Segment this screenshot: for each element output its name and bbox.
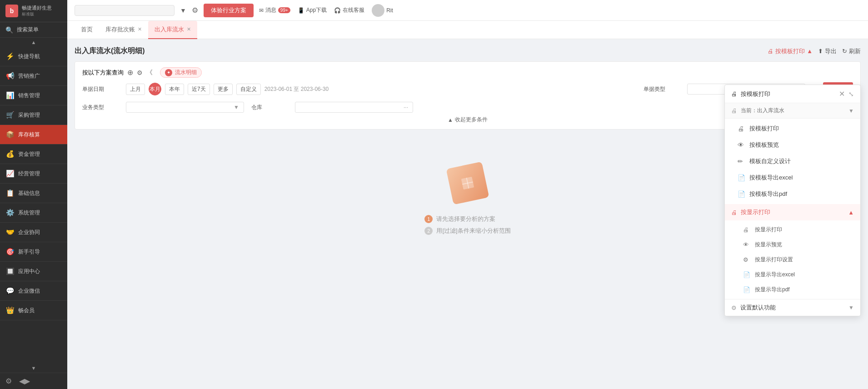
tab-home-label: 首页 (81, 25, 93, 34)
refresh-group: ↻ 刷新 (842, 47, 861, 55)
tab-inventory-batch-label: 库存批次账 (105, 25, 135, 34)
filter-tag-icon: ✦ (165, 69, 172, 76)
app-download-group[interactable]: 📱 App下载 (298, 6, 327, 14)
sidebar-label-quick-nav: 快捷导航 (18, 53, 40, 60)
sidebar-item-wecom[interactable]: 💬 企业微信 (0, 281, 67, 301)
scroll-down-indicator: ▼ (0, 364, 67, 373)
dropdown-footer[interactable]: ⚙ 设置默认功能 ▼ (725, 299, 860, 316)
print-template-button[interactable]: 🖨 按模板打印 ▲ (768, 47, 813, 55)
display-pdf-item[interactable]: 📄 按显示导出pdf (725, 282, 860, 297)
sidebar-item-system[interactable]: ⚙️ 系统管理 (0, 203, 67, 223)
template-pdf-item[interactable]: 📄 按模板导出pdf (725, 186, 860, 202)
tab-stock-flow-close[interactable]: ✕ (187, 26, 191, 32)
sidebar-item-marketing[interactable]: 📢 营销推广 (0, 66, 67, 86)
topbar-dropdown-icon[interactable]: ▼ (180, 7, 186, 14)
template-excel-label: 按模板导出excel (749, 174, 793, 182)
purchase-icon: 🛒 (5, 110, 15, 120)
collapse-conditions-button[interactable]: ▲ 收起更多条件 (448, 116, 488, 124)
sidebar-settings-icon[interactable]: ⚙ (5, 377, 12, 385)
date-btn-7days[interactable]: 近7天 (188, 84, 210, 95)
sidebar: b 畅捷通好生意 标准版 🔍 搜索菜单 ▲ ⚡ 快捷导航 📢 营销推广 📊 销售… (0, 0, 67, 389)
sidebar-item-inventory[interactable]: 📦 库存核算 (0, 125, 67, 145)
display-preview-item[interactable]: 👁 按显示预览 (725, 237, 860, 252)
print-arrow-up: ▲ (807, 48, 813, 55)
sidebar-item-quick-nav[interactable]: ⚡ 快捷导航 (0, 47, 67, 66)
filter-collapse-button[interactable]: 《 (146, 69, 153, 77)
template-print-icon: 🖨 (738, 125, 746, 132)
tab-home[interactable]: 首页 (75, 21, 99, 39)
corp-icon: 🤝 (5, 228, 15, 237)
step2-num: 2 (424, 227, 433, 235)
display-section-header[interactable]: 🖨 按显示打印 ▲ (725, 204, 860, 220)
messages-group[interactable]: ✉ 消息 99+ (259, 6, 290, 14)
template-print-item[interactable]: 🖨 按模板打印 (725, 120, 860, 137)
warehouse-dropdown[interactable]: ··· (295, 102, 413, 113)
template-custom-label: 模板自定义设计 (749, 157, 791, 165)
biz-type-dropdown[interactable]: ▼ (126, 102, 244, 113)
display-section-header-content: 🖨 按显示打印 (731, 208, 770, 216)
page-header: 出入库流水(流水明细) 🖨 按模板打印 ▲ ⬆ 导出 (75, 46, 861, 56)
message-icon: ✉ (259, 7, 264, 14)
sidebar-item-finance[interactable]: 💰 资金管理 (0, 145, 67, 164)
sidebar-item-guide[interactable]: 🎯 新手引导 (0, 242, 67, 262)
display-print-label: 按显示打印 (755, 226, 782, 234)
tab-inventory-batch-close[interactable]: ✕ (138, 26, 142, 32)
date-btn-this-month[interactable]: 本月 (149, 83, 161, 95)
filter-setting-button[interactable]: ⚙ (137, 69, 143, 76)
sidebar-label-marketing: 营销推广 (18, 72, 40, 80)
tab-inventory-batch[interactable]: 库存批次账 ✕ (99, 21, 148, 39)
messages-badge: 99+ (278, 7, 290, 13)
template-excel-item[interactable]: 📄 按模板导出excel (725, 170, 860, 186)
sidebar-item-sales[interactable]: 📊 销售管理 (0, 86, 67, 105)
sidebar-item-operations[interactable]: 📈 经营管理 (0, 164, 67, 184)
tab-stock-flow[interactable]: 出入库流水 ✕ (148, 21, 197, 39)
topbar-gear-icon[interactable]: ⚙ (192, 6, 198, 15)
sidebar-label-finance: 资金管理 (18, 150, 40, 158)
template-pdf-icon: 📄 (738, 190, 746, 198)
sidebar-item-member[interactable]: 👑 畅会员 (0, 301, 67, 320)
export-button[interactable]: ⬆ 导出 (818, 47, 837, 55)
display-settings-item[interactable]: ⚙ 按显示打印设置 (725, 252, 860, 267)
display-excel-item[interactable]: 📄 按显示导出excel (725, 267, 860, 282)
date-btn-last-month[interactable]: 上月 (126, 84, 145, 95)
footer-arrow: ▼ (848, 304, 854, 311)
sidebar-collapse-icon[interactable]: ◀▶ (19, 377, 30, 385)
warehouse-label: 仓库 (251, 104, 288, 111)
panel-close-icon[interactable]: ✕ (839, 90, 845, 98)
panel-expand-icon[interactable]: ⤡ (848, 90, 854, 98)
member-icon: 👑 (5, 306, 15, 315)
filter-add-button[interactable]: ⊕ (127, 68, 133, 77)
sidebar-item-app-center[interactable]: 🔲 应用中心 (0, 262, 67, 281)
date-btn-custom[interactable]: 自定义 (236, 84, 261, 95)
export-label: 导出 (825, 47, 837, 55)
sidebar-label-inventory: 库存核算 (18, 131, 40, 139)
date-btn-this-year[interactable]: 本年 (165, 84, 184, 95)
empty-illustration (440, 160, 495, 206)
sidebar-label-member: 畅会员 (18, 307, 35, 314)
date-filter-group: 上月 本月 本年 近7天 更多 自定义 2023-06-01 至 2023-06… (126, 83, 636, 95)
sidebar-item-basic[interactable]: 📋 基础信息 (0, 184, 67, 203)
sidebar-item-corp[interactable]: 🤝 企业协同 (0, 223, 67, 242)
sidebar-item-purchase[interactable]: 🛒 采购管理 (0, 105, 67, 125)
page-actions: 🖨 按模板打印 ▲ ⬆ 导出 ↻ 刷新 (768, 47, 861, 55)
trial-button[interactable]: 体验行业方案 (204, 4, 254, 17)
display-settings-label: 按显示打印设置 (755, 256, 793, 264)
display-pdf-icon: 📄 (743, 286, 751, 293)
topbar-search-input[interactable] (80, 7, 134, 14)
search-menu-label: 搜索菜单 (17, 26, 39, 34)
sidebar-nav: ⚡ 快捷导航 📢 营销推广 📊 销售管理 🛒 采购管理 📦 库存核算 💰 (0, 47, 67, 364)
search-menu[interactable]: 🔍 搜索菜单 (0, 22, 67, 38)
sidebar-bottom: ⚙ ◀▶ (0, 373, 67, 389)
online-service-group[interactable]: 🎧 在线客服 (334, 6, 364, 14)
current-template-icon: 🖨 (731, 107, 737, 114)
warehouse-more-icon: ··· (404, 104, 408, 110)
template-preview-item[interactable]: 👁 按模板预览 (725, 137, 860, 153)
date-btn-more[interactable]: 更多 (214, 84, 233, 95)
template-custom-item[interactable]: ✏ 模板自定义设计 (725, 153, 860, 170)
guide-icon: 🎯 (5, 247, 15, 256)
filter-header: 按以下方案查询 ⊕ ⚙ 《 (82, 68, 153, 77)
headset-icon: 🎧 (334, 7, 341, 14)
user-group[interactable]: Rit (372, 4, 393, 17)
refresh-button[interactable]: ↻ 刷新 (842, 47, 861, 55)
display-print-item[interactable]: 🖨 按显示打印 (725, 222, 860, 237)
